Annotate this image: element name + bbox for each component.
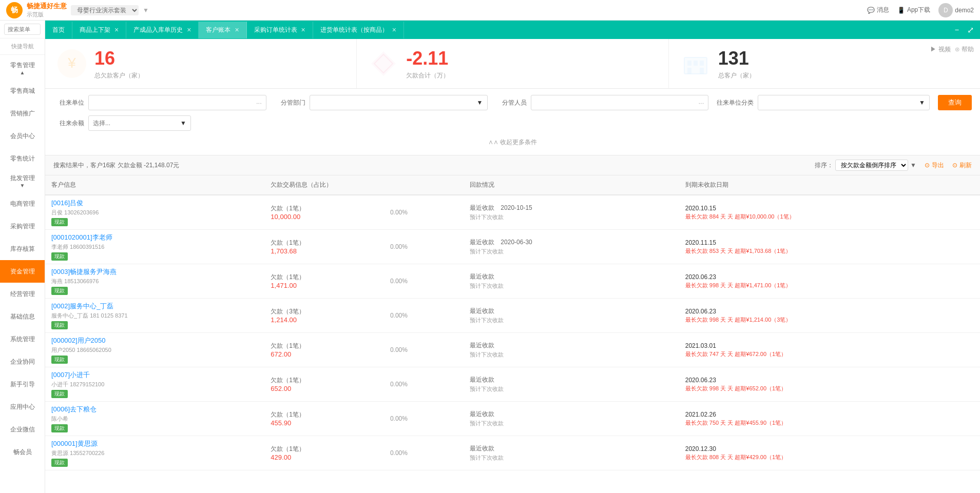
tab-purchase-stats-label: 进货单统计表（按商品）: [320, 26, 388, 34]
customer-name-link[interactable]: [000001]黄思源: [51, 439, 258, 448]
sidebar-label: 经营管理: [10, 290, 35, 299]
customer-name-link[interactable]: [0006]去下粮仓: [51, 405, 258, 414]
tab-close-icon[interactable]: ×: [235, 26, 239, 33]
tab-purchase-order[interactable]: 采购订单统计表 ×: [247, 22, 313, 38]
due-date: 2020.12.30: [685, 445, 974, 452]
company-expand-icon[interactable]: ▼: [143, 7, 149, 14]
main-area: 首页 商品上下架 × 产成品入库单历史 × 客户账本 × 采购订单统计表 × 进…: [45, 21, 980, 493]
customer-name-link[interactable]: [0007]小进千: [51, 370, 258, 380]
sidebar-item-ecommerce[interactable]: 电商管理: [0, 192, 45, 215]
overdue-link[interactable]: 超期¥652.00（1笔）: [735, 385, 786, 391]
cell-recent-pay: 最近收款 2020-06-30 预计下次收款: [464, 230, 648, 264]
debt-amount[interactable]: 652.00: [271, 385, 374, 392]
company-select[interactable]: 母婴行业演示套装: [71, 5, 139, 15]
overdue-link[interactable]: 超期¥1,214.00（3笔）: [735, 317, 791, 323]
tab-close-icon[interactable]: ×: [301, 26, 305, 33]
debt-amount[interactable]: 10,000.00: [271, 213, 374, 221]
tab-customer-account[interactable]: 客户账本 ×: [199, 22, 246, 38]
result-summary: 搜索结果中，客户16家 欠款金额 -21,148.07元 排序： 按欠款金额倒序…: [45, 155, 980, 175]
source-unit-input-container[interactable]: ···: [88, 95, 266, 110]
dept-label: 分管部门: [275, 98, 305, 107]
cell-due-date: 2020.12.30 最长欠款 808 天 天 超期¥429.00（1笔）: [679, 436, 980, 470]
username-label: demo2: [955, 7, 974, 14]
overdue-link[interactable]: 超期¥455.90（1笔）: [735, 420, 786, 426]
tab-home[interactable]: 首页: [45, 22, 72, 38]
cell-debt-pct: 0.00%: [380, 299, 464, 333]
payment-tag: 现款: [51, 424, 68, 432]
balance-select-container[interactable]: ▼: [88, 115, 191, 131]
tab-production[interactable]: 产成品入库单历史 ×: [126, 22, 199, 38]
overdue-link[interactable]: 超期¥10,000.00（1笔）: [735, 213, 794, 220]
debt-amount[interactable]: 1,214.00: [271, 316, 374, 324]
search-input[interactable]: [4, 24, 41, 35]
sidebar-item-batch-manage[interactable]: 批发管理 ▼: [0, 170, 45, 192]
tab-minimize-btn[interactable]: －: [951, 23, 963, 37]
overdue-link[interactable]: 超期¥672.00（1笔）: [735, 351, 786, 357]
help-btn[interactable]: ⊙ 帮助: [955, 45, 974, 54]
sidebar-item-wechat[interactable]: 企业微信: [0, 418, 45, 441]
app-download-btn[interactable]: 📱 App下载: [897, 6, 930, 14]
dept-select-container[interactable]: ▼: [310, 95, 488, 110]
customer-name-link[interactable]: [0002]服务中心_丁磊: [51, 302, 258, 311]
user-menu[interactable]: D demo2: [938, 3, 974, 17]
sidebar-item-inventory[interactable]: 库存核算: [0, 238, 45, 260]
debt-count: 欠款（1笔）: [271, 410, 374, 419]
overdue-link[interactable]: 超期¥429.00（1笔）: [735, 454, 786, 460]
collapse-btn[interactable]: ∧∧ 收起更多条件: [53, 136, 972, 149]
dept-input[interactable]: [314, 99, 477, 106]
app-download-label: App下载: [907, 6, 930, 14]
tab-products[interactable]: 商品上下架 ×: [72, 22, 126, 38]
debt-amount[interactable]: 1,703.68: [271, 247, 374, 255]
th-debt-info: 欠款交易信息（占比）: [264, 175, 464, 195]
debt-amount[interactable]: 1,471.00: [271, 282, 374, 289]
sidebar-item-member2[interactable]: 畅会员: [0, 441, 45, 463]
export-btn[interactable]: ⊙ 导出: [925, 161, 944, 170]
sidebar-item-newbie[interactable]: 新手引导: [0, 373, 45, 396]
sidebar-item-app-center[interactable]: 应用中心: [0, 396, 45, 418]
manager-input-container[interactable]: ···: [531, 95, 709, 110]
customer-name-link[interactable]: [0001020001]李老师: [51, 233, 258, 242]
overdue-link[interactable]: 超期¥1,471.00（1笔）: [735, 282, 791, 288]
tab-close-icon[interactable]: ×: [392, 26, 396, 33]
sidebar-item-member[interactable]: 会员中心: [0, 125, 45, 147]
category-select-container[interactable]: ▼: [758, 95, 930, 110]
sidebar-item-retail-stats[interactable]: 零售统计: [0, 147, 45, 170]
refresh-btn[interactable]: ⊙ 刷新: [952, 161, 972, 170]
debt-amount[interactable]: 672.00: [271, 350, 374, 358]
search-button[interactable]: 查询: [938, 95, 972, 110]
sidebar-item-business[interactable]: 经营管理: [0, 283, 45, 305]
th-due-date: 到期未收款日期: [679, 175, 980, 195]
balance-input[interactable]: [93, 120, 180, 127]
overdue-link[interactable]: 超期¥1,703.68（1笔）: [735, 248, 791, 254]
tab-purchase-stats[interactable]: 进货单统计表（按商品） ×: [313, 22, 404, 38]
tab-close-icon[interactable]: ×: [187, 26, 191, 33]
tab-close-icon[interactable]: ×: [114, 26, 119, 33]
sidebar-item-finance[interactable]: 资金管理: [0, 260, 45, 283]
category-input[interactable]: [762, 99, 919, 106]
stat-card-overdue-customers: ¥ 16 总欠款客户（家）: [45, 39, 357, 88]
customer-name-link[interactable]: [0016]吕俊: [51, 199, 258, 208]
debt-amount[interactable]: 429.00: [271, 453, 374, 461]
overdue-info: 最长欠款 747 天 天 超期¥672.00（1笔）: [685, 350, 974, 358]
sidebar-item-purchase[interactable]: 采购管理: [0, 215, 45, 238]
cell-debt-pct: 0.00%: [380, 195, 464, 230]
customer-contact: 服务中心_丁磊 181 0125 8371: [51, 312, 258, 320]
debt-count: 欠款（1笔）: [271, 204, 374, 213]
sort-select[interactable]: 按欠款金额倒序排序: [835, 160, 908, 171]
sidebar-item-retail-manage[interactable]: 零售管理 ▲: [0, 57, 45, 80]
messages-btn[interactable]: 💬 消息: [867, 6, 889, 14]
sidebar-item-basic[interactable]: 基础信息: [0, 305, 45, 328]
debt-amount[interactable]: 455.90: [271, 419, 374, 427]
source-unit-input[interactable]: [93, 99, 254, 106]
tab-maximize-btn[interactable]: ⤢: [965, 23, 976, 37]
customer-name-link[interactable]: [0003]畅捷服务尹海燕: [51, 267, 258, 277]
sidebar-item-system[interactable]: 系统管理: [0, 328, 45, 350]
sidebar-item-marketing[interactable]: 营销推广: [0, 102, 45, 125]
video-btn[interactable]: ▶ 视频: [930, 45, 950, 54]
customer-name-link[interactable]: [000002]用户2050: [51, 336, 258, 345]
manager-input[interactable]: [535, 99, 697, 106]
sidebar-item-enterprise[interactable]: 企业协同: [0, 350, 45, 373]
cell-debt-pct: 0.00%: [380, 230, 464, 264]
sidebar-label: 企业协同: [10, 358, 35, 366]
sidebar-item-retail-mall[interactable]: 零售商城: [0, 80, 45, 102]
